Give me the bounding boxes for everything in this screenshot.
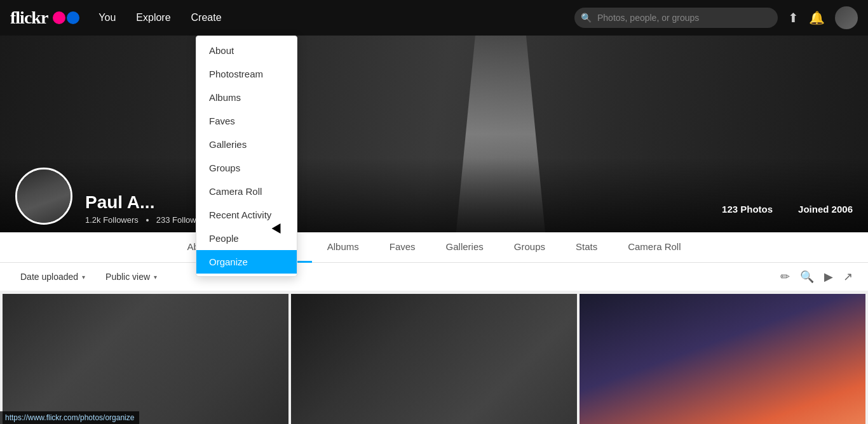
joined-year: Joined 2006	[798, 204, 853, 215]
search-photos-icon[interactable]: 🔍	[800, 270, 814, 284]
search-bar: 🔍	[574, 8, 778, 28]
dropdown-item-people[interactable]: People	[196, 227, 297, 250]
flickr-wordmark: flickr	[10, 8, 48, 28]
tab-groups[interactable]: Groups	[499, 232, 560, 263]
filter-group: Date uploaded ▾ Public view ▾	[15, 269, 162, 284]
upload-icon[interactable]: ⬆	[788, 10, 799, 25]
you-dropdown-menu: About Photostream Albums Faves Galleries…	[196, 36, 297, 277]
tab-stats[interactable]: Stats	[560, 232, 613, 263]
photo-thumb-2[interactable]	[291, 294, 577, 424]
meta-separator	[146, 219, 149, 222]
chevron-down-icon-2: ▾	[154, 274, 157, 281]
dropdown-item-galleries[interactable]: Galleries	[196, 133, 297, 156]
photos-count: 123 Photos	[722, 204, 773, 215]
slideshow-icon[interactable]: ▶	[824, 270, 833, 284]
flickr-logo[interactable]: flickr	[10, 8, 79, 28]
action-icons: ✏ 🔍 ▶ ↗	[780, 270, 853, 284]
nav-you[interactable]: You	[90, 7, 125, 29]
stat-photos: 123 Photos	[722, 204, 773, 215]
dot-blue-icon	[67, 11, 79, 24]
status-url: https://www.flickr.com/photos/organize	[5, 413, 134, 422]
public-view-label: Public view	[105, 272, 150, 282]
tab-faves[interactable]: Faves	[374, 232, 431, 263]
profile-overlay: Paul A... 1.2k Followers 233 Following	[0, 157, 868, 232]
status-bar: https://www.flickr.com/photos/organize	[0, 411, 139, 424]
tab-albums[interactable]: Albums	[312, 232, 374, 263]
date-uploaded-label: Date uploaded	[20, 272, 78, 282]
user-avatar[interactable]	[835, 6, 858, 29]
profile-info-row: Paul A... 1.2k Followers 233 Following	[15, 168, 853, 232]
tab-galleries[interactable]: Galleries	[431, 232, 499, 263]
search-input[interactable]	[574, 8, 778, 28]
photo-grid	[0, 291, 868, 424]
profile-name: Paul A...	[85, 192, 207, 213]
notifications-icon[interactable]: 🔔	[809, 10, 825, 25]
profile-avatar	[15, 168, 72, 225]
dropdown-item-about[interactable]: About	[196, 39, 297, 62]
profile-avatar-image	[17, 169, 71, 223]
nav-links: You Explore Create	[90, 7, 230, 29]
dot-pink-icon	[53, 11, 65, 24]
photo-thumb-3[interactable]	[580, 294, 865, 424]
navbar: flickr You Explore Create 🔍 ⬆ 🔔 About Ph…	[0, 0, 868, 36]
profile-stats: 123 Photos Joined 2006	[722, 204, 853, 215]
profile-tabs: About Photostream Albums Faves Galleries…	[0, 232, 868, 263]
stat-joined: Joined 2006	[798, 204, 853, 215]
dropdown-item-photostream[interactable]: Photostream	[196, 62, 297, 86]
profile-header: Paul A... 1.2k Followers 233 Following 1…	[0, 36, 868, 232]
profile-meta: 1.2k Followers 233 Following	[85, 215, 207, 225]
nav-explore[interactable]: Explore	[127, 7, 179, 29]
chevron-down-icon: ▾	[82, 274, 85, 281]
profile-details: Paul A... 1.2k Followers 233 Following	[85, 192, 207, 225]
share-icon[interactable]: ↗	[843, 270, 853, 284]
dropdown-item-camera-roll[interactable]: Camera Roll	[196, 180, 297, 203]
profile-followers: 1.2k Followers	[85, 215, 139, 225]
dropdown-item-faves[interactable]: Faves	[196, 109, 297, 133]
nav-create[interactable]: Create	[182, 7, 231, 29]
photostream-controls: Date uploaded ▾ Public view ▾ ✏ 🔍 ▶ ↗	[0, 263, 868, 291]
date-uploaded-filter[interactable]: Date uploaded ▾	[15, 269, 90, 284]
dropdown-item-groups[interactable]: Groups	[196, 156, 297, 180]
public-view-filter[interactable]: Public view ▾	[100, 269, 162, 284]
dropdown-item-organize[interactable]: Organize	[196, 250, 297, 274]
photo-thumb-1[interactable]	[3, 294, 288, 424]
tab-camera-roll[interactable]: Camera Roll	[613, 232, 696, 263]
dropdown-item-albums[interactable]: Albums	[196, 86, 297, 109]
nav-icons: ⬆ 🔔	[788, 6, 858, 29]
avatar-image	[835, 6, 858, 29]
search-icon: 🔍	[581, 13, 592, 23]
dropdown-item-recent-activity[interactable]: Recent Activity	[196, 203, 297, 227]
flickr-dots	[53, 11, 79, 24]
edit-icon[interactable]: ✏	[780, 270, 790, 284]
